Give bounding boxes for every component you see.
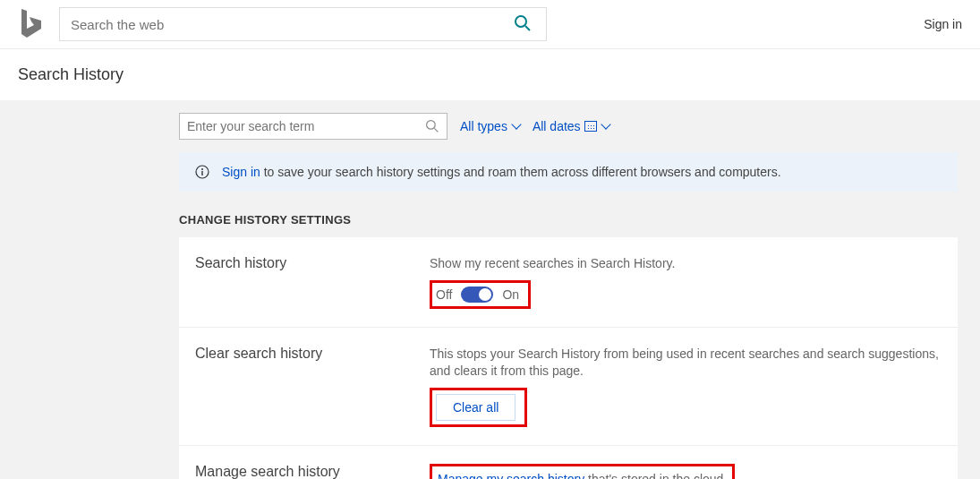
search-input[interactable]: [71, 17, 510, 32]
svg-line-1: [525, 26, 530, 30]
main-search-box: [59, 7, 547, 41]
svg-point-2: [427, 121, 436, 130]
info-icon: [195, 165, 209, 179]
search-button[interactable]: [510, 11, 535, 38]
filter-type-label: All types: [460, 119, 507, 133]
setting-row-manage-history: Manage search history Manage my search h…: [179, 446, 958, 479]
annotation-highlight: Off On: [430, 280, 531, 309]
svg-point-5: [201, 168, 203, 170]
history-toggle[interactable]: [461, 287, 493, 303]
chevron-down-icon: [511, 119, 521, 129]
setting-description: Show my recent searches in Search Histor…: [430, 255, 958, 273]
setting-description: This stops your Search History from bein…: [430, 346, 958, 381]
setting-body: Manage my search history that's stored i…: [430, 464, 958, 479]
info-message: to save your search history settings and…: [260, 165, 781, 179]
history-search-box: [179, 113, 447, 140]
history-toolbar: All types All dates: [0, 100, 980, 152]
annotation-highlight: Manage my search history that's stored i…: [430, 464, 735, 479]
setting-label: Search history: [195, 255, 430, 309]
bing-logo[interactable]: [18, 9, 41, 40]
svg-line-3: [434, 128, 438, 132]
search-icon: [514, 14, 532, 32]
toggle-control: Off On: [436, 287, 519, 303]
setting-row-search-history: Search history Show my recent searches i…: [179, 237, 958, 328]
toggle-on-label: On: [502, 287, 519, 302]
annotation-highlight: Clear all: [430, 388, 527, 427]
setting-body: This stops your Search History from bein…: [430, 346, 958, 427]
setting-row-clear-history: Clear search history This stops your Sea…: [179, 328, 958, 446]
setting-label: Manage search history: [195, 464, 430, 479]
settings-section: CHANGE HISTORY SETTINGS Search history S…: [179, 213, 958, 479]
clear-all-button[interactable]: Clear all: [436, 394, 516, 421]
toggle-off-label: Off: [436, 287, 452, 302]
settings-heading: CHANGE HISTORY SETTINGS: [179, 213, 958, 227]
manage-history-text: that's stored in the cloud.: [584, 472, 727, 479]
subheader: Search History: [0, 49, 980, 100]
sign-in-link[interactable]: Sign in: [924, 17, 962, 31]
info-banner: Sign in to save your search history sett…: [179, 152, 958, 192]
calendar-icon: [584, 121, 597, 132]
svg-rect-6: [201, 171, 202, 175]
sign-in-link[interactable]: Sign in: [222, 165, 260, 179]
header: Sign in: [0, 0, 980, 49]
manage-history-link[interactable]: Manage my search history: [438, 472, 584, 479]
toggle-knob: [479, 288, 491, 301]
page-title: Search History: [18, 65, 962, 84]
setting-body: Show my recent searches in Search Histor…: [430, 255, 958, 309]
filter-date-dropdown[interactable]: All dates: [533, 119, 609, 133]
setting-label: Clear search history: [195, 346, 430, 427]
chevron-down-icon: [601, 119, 610, 129]
main-content: All types All dates Sign in to save your…: [0, 100, 980, 479]
settings-panel: Search history Show my recent searches i…: [179, 237, 958, 479]
svg-point-0: [516, 16, 526, 27]
history-search-input[interactable]: [187, 119, 425, 133]
filter-type-dropdown[interactable]: All types: [460, 119, 520, 133]
filter-date-label: All dates: [533, 119, 581, 133]
info-text: Sign in to save your search history sett…: [222, 165, 781, 179]
search-icon[interactable]: [425, 119, 439, 133]
